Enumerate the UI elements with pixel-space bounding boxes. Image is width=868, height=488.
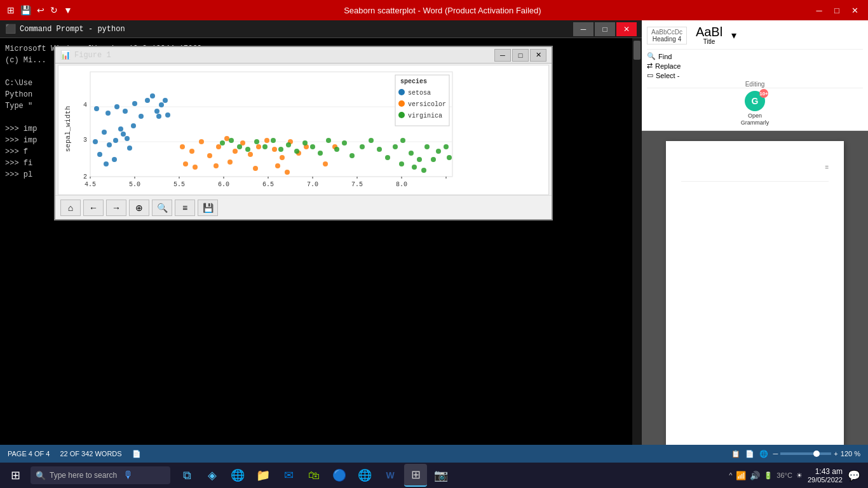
svg-point-38 bbox=[94, 106, 99, 111]
svg-point-53 bbox=[199, 139, 204, 144]
title-style-preview: AaBl bbox=[696, 25, 722, 38]
config-tool-button[interactable]: ≡ bbox=[175, 200, 195, 216]
find-row[interactable]: 🔍 Find bbox=[647, 52, 863, 60]
cmd-scrollbar[interactable] bbox=[632, 38, 642, 463]
title-bar: ⊞ 💾 ↩ ↻ ▼ Seaborn scatterplot - Word (Pr… bbox=[0, 0, 868, 20]
cmd-scroll-thumb bbox=[634, 41, 641, 60]
volume-icon[interactable]: 🔊 bbox=[750, 471, 760, 480]
heading4-style[interactable]: AaBbCcDc Heading 4 bbox=[647, 27, 687, 44]
taskbar-search-box[interactable]: 🔍 Type here to search 🎙 bbox=[31, 466, 170, 484]
svg-point-29 bbox=[113, 138, 118, 143]
store-app[interactable]: 🛍 bbox=[302, 464, 325, 487]
svg-point-28 bbox=[107, 142, 112, 147]
figure-titlebar: 📊 Figure 1 ─ □ ✕ bbox=[55, 47, 552, 64]
grammarly-label: OpenGrammarly bbox=[741, 112, 770, 126]
cortana-app[interactable]: ◈ bbox=[201, 464, 224, 487]
cmd-close[interactable]: ✕ bbox=[616, 22, 637, 36]
pan-tool-button[interactable]: ⊕ bbox=[129, 200, 149, 216]
cmd-minimize[interactable]: ─ bbox=[573, 22, 593, 36]
forward-tool-button[interactable]: → bbox=[106, 200, 126, 216]
mail-app[interactable]: ✉ bbox=[277, 464, 300, 487]
svg-point-108 bbox=[421, 168, 426, 173]
replace-label: Replace bbox=[655, 62, 681, 70]
replace-icon: ⇄ bbox=[647, 62, 653, 70]
svg-point-54 bbox=[207, 153, 212, 158]
svg-point-33 bbox=[104, 161, 109, 166]
svg-point-84 bbox=[286, 142, 291, 147]
svg-point-80 bbox=[254, 139, 259, 144]
redo-icon[interactable]: ↻ bbox=[48, 4, 60, 17]
svg-text:4.5: 4.5 bbox=[85, 181, 96, 188]
zoom-plus[interactable]: + bbox=[834, 450, 837, 458]
undo-icon[interactable]: ↩ bbox=[35, 4, 46, 17]
svg-point-55 bbox=[216, 144, 221, 149]
svg-point-96 bbox=[385, 155, 390, 160]
notifications-icon[interactable]: 💬 bbox=[848, 470, 860, 482]
status-left: PAGE 4 OF 4 22 OF 342 WORDS 📄 bbox=[0, 450, 724, 458]
dropdown-icon[interactable]: ▼ bbox=[62, 4, 74, 17]
save-icon[interactable]: 💾 bbox=[18, 4, 33, 17]
svg-point-111 bbox=[398, 89, 405, 95]
sys-tray: ^ 📶 🔊 🔋 36°C ☀ bbox=[729, 471, 803, 480]
svg-point-115 bbox=[398, 112, 405, 118]
start-button[interactable]: ⊞ bbox=[0, 463, 31, 488]
taskview-button[interactable]: ⧉ bbox=[175, 464, 198, 487]
status-right: 📋 📄 🌐 ─ + 120 % bbox=[724, 450, 868, 458]
back-tool-button[interactable]: ← bbox=[83, 200, 104, 216]
doc-status-icon[interactable]: 📄 bbox=[132, 450, 141, 458]
zoom-minus[interactable]: ─ bbox=[773, 450, 778, 458]
taskbar-apps: ⧉ ◈ 🌐 📁 ✉ 🛍 🔵 🌐 W ⊞ 📷 bbox=[170, 464, 458, 487]
figure-minimize[interactable]: ─ bbox=[494, 49, 511, 62]
figure-close[interactable]: ✕ bbox=[530, 49, 546, 62]
explorer-app[interactable]: 📁 bbox=[252, 464, 275, 487]
figure-maximize[interactable]: □ bbox=[512, 49, 529, 62]
zoom-slider[interactable] bbox=[780, 452, 831, 455]
svg-point-41 bbox=[123, 109, 128, 114]
cmd-taskbar-app[interactable]: ⊞ bbox=[404, 464, 427, 487]
replace-row[interactable]: ⇄ Replace bbox=[647, 62, 863, 70]
close-button[interactable]: ✕ bbox=[846, 4, 863, 17]
title-style[interactable]: AaBl Title bbox=[692, 24, 726, 46]
svg-point-76 bbox=[220, 140, 225, 146]
windows-icon[interactable]: ⊞ bbox=[5, 4, 17, 17]
home-tool-button[interactable]: ⌂ bbox=[60, 200, 81, 216]
battery-icon[interactable]: 🔋 bbox=[764, 471, 773, 480]
view-print-icon[interactable]: 📄 bbox=[745, 450, 754, 458]
maximize-button[interactable]: □ bbox=[829, 4, 845, 17]
zoom-tool-button[interactable]: 🔍 bbox=[152, 200, 172, 216]
svg-point-63 bbox=[280, 155, 285, 160]
view-web-icon[interactable]: 🌐 bbox=[759, 450, 768, 458]
temperature-display: 36°C bbox=[776, 471, 792, 479]
svg-point-59 bbox=[248, 152, 253, 157]
svg-point-99 bbox=[409, 151, 414, 156]
view-normal-icon[interactable]: 📋 bbox=[731, 450, 740, 458]
svg-point-106 bbox=[399, 161, 404, 166]
svg-text:5.0: 5.0 bbox=[129, 181, 140, 188]
svg-point-42 bbox=[132, 101, 137, 106]
words-info: 22 OF 342 WORDS bbox=[60, 450, 121, 458]
svg-point-68 bbox=[193, 165, 198, 170]
styles-expand[interactable]: ▾ bbox=[731, 29, 739, 41]
zoom-level: 120 % bbox=[841, 450, 860, 458]
grammarly-section[interactable]: G 10+ OpenGrammarly bbox=[647, 88, 863, 126]
chrome-app[interactable]: 🔵 bbox=[328, 464, 351, 487]
cmd-titlebar: ⬛ Command Prompt - python ─ □ ✕ bbox=[0, 20, 642, 38]
camera-app[interactable]: 📷 bbox=[430, 464, 452, 487]
svg-point-67 bbox=[183, 161, 188, 166]
svg-point-48 bbox=[163, 98, 168, 103]
svg-point-101 bbox=[424, 144, 430, 149]
taskbar-clock[interactable]: 1:43 am 29/05/2022 bbox=[808, 467, 843, 484]
up-arrow-icon[interactable]: ^ bbox=[729, 471, 732, 479]
svg-point-34 bbox=[112, 157, 117, 162]
network-icon[interactable]: 📶 bbox=[736, 471, 746, 480]
word-app[interactable]: W bbox=[379, 464, 402, 487]
select-row[interactable]: ▭ Select - bbox=[647, 71, 863, 79]
svg-point-95 bbox=[377, 147, 382, 152]
edge-app[interactable]: 🌐 bbox=[226, 464, 249, 487]
status-bar: PAGE 4 OF 4 22 OF 342 WORDS 📄 📋 📄 🌐 ─ + … bbox=[0, 445, 868, 463]
cmd-maximize[interactable]: □ bbox=[595, 22, 615, 36]
minimize-button[interactable]: ─ bbox=[811, 4, 827, 17]
svg-point-32 bbox=[97, 152, 102, 157]
save-tool-button[interactable]: 💾 bbox=[198, 200, 218, 216]
chrome2-app[interactable]: 🌐 bbox=[353, 464, 376, 487]
